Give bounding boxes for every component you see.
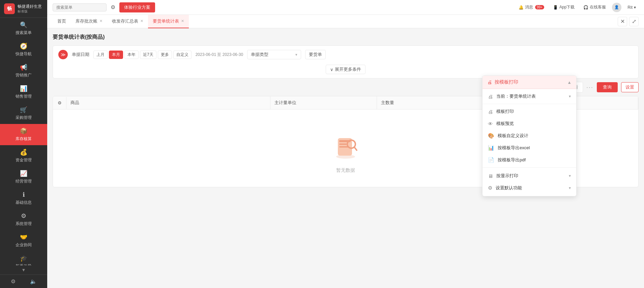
sidebar-item-label: 经营管理 [16,179,32,184]
sidebar-item-label: 采购管理 [16,115,32,121]
settings-bottom-icon[interactable]: ⚙ [11,278,16,285]
sidebar-item-marketing[interactable]: 📢 营销推广 [0,60,47,82]
expand-more-btn[interactable]: ∨ 展开更多条件 [326,65,365,74]
trial-button[interactable]: 体验行业方案 [119,2,155,12]
query-button[interactable]: 查询 [597,82,618,92]
date-btn-more[interactable]: 更多 [158,51,172,59]
dropdown-header-right: ▲ [567,80,572,85]
search-input[interactable] [53,3,107,11]
date-btns: 上月 本月 本年 近7天 更多 自定义 [93,51,192,59]
tab-inventory-batch-close[interactable]: ✕ [99,19,103,23]
print-dropdown: 🖨 按模板打印 ▲ 🖨 当前：要货单统计表 ▾ 🖨 模板打印 [482,75,577,196]
template-print-label: 模板打印 [496,108,514,115]
sidebar-item-collab[interactable]: 🤝 企业协同 [0,230,47,251]
user-name: Rit [627,5,633,10]
user-name-btn[interactable]: Rit ▾ [625,4,639,11]
export-pdf-label: 按模板导出pdf [498,157,526,163]
mobile-icon: 📱 [553,5,558,10]
display-print-label: 按显示打印 [496,173,518,179]
th-gear[interactable]: ⚙ [53,97,66,109]
date-btn-last-month[interactable]: 上月 [93,51,108,59]
order-type-arrow: ▾ [295,53,297,57]
sidebar-item-search[interactable]: 🔍 搜索菜单 [0,18,47,39]
date-btn-this-month[interactable]: 本月 [109,51,123,59]
date-btn-7days[interactable]: 近7天 [140,51,156,59]
sidebar-item-label: 营销推广 [16,72,32,78]
collapse-icon[interactable]: ▲ [567,80,572,85]
dropdown-sub-section: 🖥 按显示打印 ▾ ⚙ 设置默认功能 ▾ [482,168,576,196]
template-preview-label: 模板预览 [496,121,514,127]
sidebar: 畅 畅捷通好生意 标准版 🔍 搜索菜单 🧭 快捷导航 📢 营销推广 📊 销售管理… [0,0,47,288]
expand-tab-btn[interactable]: ⤢ [629,17,639,26]
dropdown-item-export-pdf[interactable]: 📄 按模板导出pdf [482,154,576,166]
tab-inventory-batch-label: 库存批次账 [76,18,97,24]
sidebar-item-label: 企业协同 [16,242,32,248]
messages-btn[interactable]: 🔔 消息 99+ [516,3,547,11]
empty-text: 暂无数据 [336,167,355,173]
date-btn-custom[interactable]: 自定义 [173,51,192,59]
sidebar-item-management[interactable]: 📈 经营管理 [0,166,47,188]
tab-home-label: 首页 [57,18,66,24]
gear-icon: ⚙ [21,212,26,220]
sidebar-item-label: 搜索菜单 [16,30,32,36]
dropdown-set-default[interactable]: ⚙ 设置默认功能 ▾ [482,182,576,194]
dropdown-item-template-preview[interactable]: 👁 模板预览 [482,118,576,130]
sidebar-item-label: 快捷导航 [16,51,32,57]
sidebar-item-newbie[interactable]: 🎓 新手引导 [0,251,47,265]
sidebar-item-label: 销售管理 [16,94,32,99]
date-filter-label: 单据日期 [72,52,89,58]
set-default-label: 设置默认功能 [496,185,522,191]
avatar-icon: 👤 [614,5,619,9]
sidebar-item-inventory[interactable]: 📦 库存核算 [0,124,47,145]
more-actions-btn[interactable]: ··· [586,84,593,91]
dropdown-display-print[interactable]: 🖥 按显示打印 ▾ [482,170,576,182]
filter-tag-order-type[interactable]: 要货单 [305,50,326,59]
sidebar-item-finance[interactable]: 💰 资金管理 [0,145,47,166]
avatar[interactable]: 👤 [612,3,621,12]
tab-order-stats-close[interactable]: ✕ [181,19,184,23]
tab-receipt-summary-close[interactable]: ✕ [140,19,143,23]
tab-order-stats[interactable]: 要货单统计表 ✕ [148,15,189,28]
th-unit: 主计量单位 [270,96,377,109]
order-type-select[interactable]: 单据类型 ▾ [247,50,301,59]
headset-icon: 🎧 [583,5,588,10]
tab-inventory-batch[interactable]: 库存批次账 ✕ [71,15,107,28]
app-edition: 标准版 [18,9,42,14]
megaphone-icon: 📢 [20,64,27,71]
sidebar-item-sales[interactable]: 📊 销售管理 [0,82,47,103]
svg-line-6 [354,147,357,150]
filter-expand-btn[interactable]: ≫ [58,50,68,59]
dropdown-item-template-design[interactable]: 🎨 模板自定义设计 [482,130,576,142]
info-icon: ℹ [23,191,25,198]
settings-icon[interactable]: ⚙ [111,4,115,10]
page-title: 要货单统计表(按商品) [53,34,639,41]
finance-icon: 💰 [20,149,27,156]
cart-icon: 🛒 [20,106,27,114]
date-btn-this-year[interactable]: 本年 [124,51,139,59]
tab-receipt-summary[interactable]: 收发存汇总表 ✕ [107,15,148,28]
sidebar-item-basic-info[interactable]: ℹ 基础信息 [0,188,47,209]
dropdown-title-area: 🖨 按模板打印 [487,79,518,85]
app-download-btn[interactable]: 📱 App下载 [550,3,577,11]
tab-home[interactable]: 首页 [53,15,71,28]
bell-icon: 🔔 [519,5,524,10]
online-service-btn[interactable]: 🎧 在线客服 [581,3,609,11]
dropdown-item-template-print[interactable]: 🖨 模板打印 [482,105,576,118]
template-design-icon: 🎨 [488,133,494,139]
sidebar-scroll-down[interactable]: ▼ [0,265,47,275]
tab-order-stats-label: 要货单统计表 [153,18,179,24]
dropdown-arrow-icon: ▾ [634,5,636,10]
sidebar-item-system[interactable]: ⚙ 系统管理 [0,209,47,230]
set-default-arrow: ▾ [569,186,571,190]
logo-icon: 畅 [4,3,15,14]
sidebar-item-purchase[interactable]: 🛒 采购管理 [0,103,47,124]
graduate-icon: 🎓 [20,255,27,262]
export-pdf-icon: 📄 [488,157,494,163]
dropdown-current-item[interactable]: 🖨 当前：要货单统计表 ▾ [482,90,576,102]
sidebar-item-quicknav[interactable]: 🧭 快捷导航 [0,39,47,60]
current-template-arrow: ▾ [569,94,571,99]
dropdown-item-export-excel[interactable]: 📊 按模板导出excel [482,142,576,154]
close-tab-btn[interactable]: ✕ [618,17,627,26]
settings-button[interactable]: 设置 [621,82,639,92]
speaker-bottom-icon[interactable]: 🔈 [30,278,37,285]
